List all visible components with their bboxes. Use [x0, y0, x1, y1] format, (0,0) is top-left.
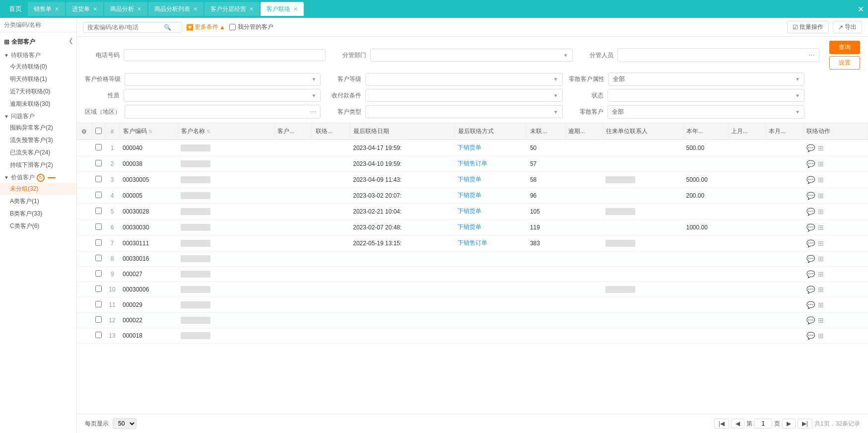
- contact-icon[interactable]: 💬: [806, 239, 815, 247]
- page-size-select[interactable]: 50: [113, 418, 136, 429]
- select-all-checkbox[interactable]: [95, 128, 102, 134]
- contact-icon[interactable]: 💬: [806, 208, 815, 216]
- more-action-icon[interactable]: ⊞: [818, 208, 824, 216]
- td-checkbox[interactable]: [92, 140, 105, 156]
- contact-icon[interactable]: 💬: [806, 255, 815, 263]
- nav-tab-purchase[interactable]: 进货单 ✕: [66, 2, 103, 16]
- sidebar-item-tomorrow-pending[interactable]: 明天待联络(1): [0, 73, 76, 85]
- batch-ops-btn[interactable]: ☑ 批量操作: [787, 21, 829, 33]
- sidebar-item-b-class[interactable]: B类客户(33): [0, 208, 76, 220]
- method-link[interactable]: 下销货单: [458, 192, 481, 199]
- more-action-icon[interactable]: ⊞: [818, 223, 824, 231]
- td-checkbox[interactable]: [92, 219, 105, 235]
- contact-icon[interactable]: 💬: [806, 316, 815, 324]
- close-tab-customer-contact[interactable]: ✕: [293, 6, 298, 12]
- sidebar-search-input[interactable]: [4, 21, 77, 28]
- method-link[interactable]: 下销货单: [458, 176, 481, 183]
- filter-nature-select[interactable]: ▼: [124, 89, 321, 102]
- contact-icon[interactable]: 💬: [806, 301, 815, 309]
- more-action-icon[interactable]: ⊞: [818, 286, 824, 293]
- th-action[interactable]: 联络动作: [803, 123, 868, 140]
- filter-region-select[interactable]: ···: [125, 105, 321, 119]
- filter-price-level-select[interactable]: ▼: [125, 73, 321, 86]
- th-code[interactable]: 客户编码 ⇅: [120, 123, 178, 140]
- method-link[interactable]: 下销货单: [458, 223, 481, 230]
- filter-customer-level-select[interactable]: ▼: [365, 73, 562, 86]
- sidebar-section-pending[interactable]: ▼ 待联络客户: [0, 49, 76, 61]
- close-window-icon[interactable]: ✕: [858, 4, 864, 14]
- sidebar-collapse-btn[interactable]: 《: [66, 37, 72, 46]
- page-number-input[interactable]: [754, 419, 772, 429]
- reset-btn[interactable]: 设置: [829, 56, 860, 70]
- td-checkbox[interactable]: [92, 297, 105, 313]
- sidebar-item-lost[interactable]: 已流失客户(24): [0, 146, 76, 159]
- row-checkbox[interactable]: [95, 332, 102, 338]
- td-checkbox[interactable]: [92, 267, 105, 282]
- th-settings[interactable]: ⚙: [77, 123, 92, 140]
- th-this-month[interactable]: 本月...: [766, 123, 803, 140]
- filter-phone-input[interactable]: [124, 49, 326, 61]
- nav-tab-customer-segment[interactable]: 客户分层经营 ✕: [204, 2, 260, 16]
- row-checkbox[interactable]: [95, 176, 102, 182]
- contact-icon[interactable]: 💬: [806, 270, 815, 278]
- row-checkbox[interactable]: [95, 270, 102, 277]
- nav-tab-sales[interactable]: 销售单 ✕: [28, 2, 65, 16]
- method-link[interactable]: 下销货单: [458, 208, 481, 215]
- sidebar-item-overdue-pending[interactable]: 逾期未联络(30): [0, 98, 76, 110]
- query-btn[interactable]: 查询: [829, 41, 860, 54]
- contact-icon[interactable]: 💬: [806, 332, 815, 340]
- th-contact[interactable]: 联络...: [312, 123, 350, 140]
- filter-search-input[interactable]: [87, 24, 162, 31]
- last-page-btn[interactable]: ▶|: [798, 419, 812, 429]
- contact-icon[interactable]: 💬: [806, 223, 815, 231]
- th-partner-contact[interactable]: 往来单位联系人: [602, 123, 683, 140]
- td-checkbox[interactable]: [92, 172, 105, 188]
- th-type[interactable]: 客户...: [274, 123, 312, 140]
- method-link[interactable]: 下销售订单: [458, 239, 487, 246]
- row-checkbox[interactable]: [95, 255, 102, 261]
- more-action-icon[interactable]: ⊞: [818, 270, 824, 278]
- filter-payment-select[interactable]: ▼: [365, 89, 562, 102]
- row-checkbox[interactable]: [95, 160, 102, 166]
- more-action-icon[interactable]: ⊞: [818, 160, 824, 168]
- person-dots[interactable]: ···: [808, 51, 815, 60]
- table-container[interactable]: ⚙ # 客户编码 ⇅ 客户名称 ⇅: [77, 123, 868, 414]
- contact-icon[interactable]: 💬: [806, 286, 815, 293]
- td-checkbox[interactable]: [92, 313, 105, 328]
- th-this-year[interactable]: 本年...: [683, 123, 728, 140]
- export-btn[interactable]: ↗ 导出: [833, 21, 862, 33]
- contact-icon[interactable]: 💬: [806, 176, 815, 184]
- th-overdue[interactable]: 逾期...: [565, 123, 602, 140]
- contact-icon[interactable]: 💬: [806, 192, 815, 200]
- sidebar-item-c-class[interactable]: C类客户(6): [0, 220, 76, 232]
- nav-tab-product-analysis-list[interactable]: 商品分析列表 ✕: [148, 2, 203, 16]
- sidebar-item-7day-pending[interactable]: 近7天待联络(0): [0, 85, 76, 98]
- td-checkbox[interactable]: [92, 282, 105, 297]
- contact-icon[interactable]: 💬: [806, 160, 815, 168]
- td-checkbox[interactable]: [92, 251, 105, 267]
- td-checkbox[interactable]: [92, 156, 105, 172]
- th-last-date[interactable]: 最后联络日期: [350, 123, 455, 140]
- sidebar-item-today-pending[interactable]: 今天待联络(0): [0, 61, 76, 73]
- method-link[interactable]: 下销售订单: [458, 160, 487, 167]
- th-no-contact[interactable]: 未联...: [527, 123, 565, 140]
- contact-icon[interactable]: 💬: [806, 144, 815, 152]
- nav-home[interactable]: 首页: [4, 4, 27, 13]
- row-checkbox[interactable]: [95, 301, 102, 307]
- my-customers-checkbox[interactable]: [229, 24, 236, 30]
- method-link[interactable]: 下销货单: [458, 144, 481, 151]
- filter-retail-attr-select[interactable]: 全部▼: [608, 72, 804, 86]
- prev-page-btn[interactable]: ◀: [731, 419, 744, 429]
- sidebar-section-problem[interactable]: ▼ 问题客户: [0, 110, 76, 122]
- row-checkbox[interactable]: [95, 239, 102, 246]
- close-tab-purchase[interactable]: ✕: [93, 6, 97, 12]
- more-action-icon[interactable]: ⊞: [818, 255, 824, 263]
- more-action-icon[interactable]: ⊞: [818, 144, 824, 152]
- row-checkbox[interactable]: [95, 286, 102, 292]
- region-dots[interactable]: ···: [310, 107, 316, 116]
- td-checkbox[interactable]: [92, 204, 105, 219]
- filter-customer-type-select[interactable]: ▼: [365, 105, 562, 118]
- row-checkbox[interactable]: [95, 208, 102, 214]
- more-action-icon[interactable]: ⊞: [818, 176, 824, 184]
- close-tab-product-analysis[interactable]: ✕: [137, 6, 141, 12]
